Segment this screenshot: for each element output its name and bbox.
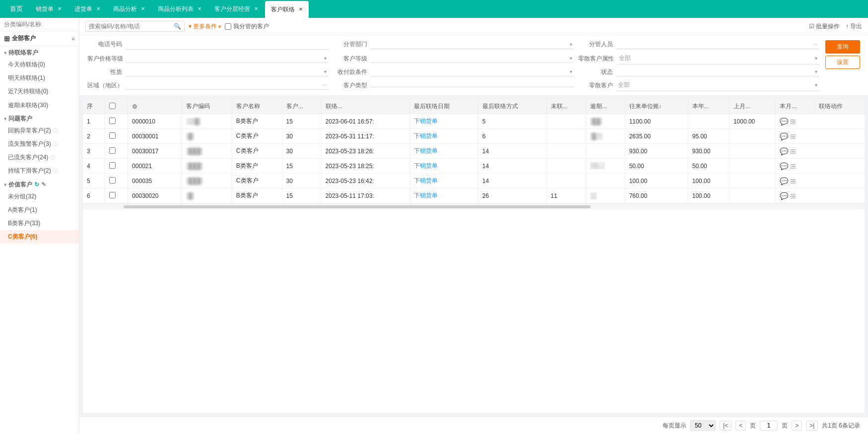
row-checkbox[interactable] (109, 118, 116, 124)
chat-icon[interactable]: 💬 (780, 132, 788, 140)
edit-icon[interactable]: ✎ (41, 181, 46, 188)
cell-last-method[interactable]: 下销货单 (409, 174, 478, 188)
nav-sales-close[interactable]: ✕ (58, 0, 62, 18)
cell-account: 1 (586, 188, 625, 203)
retail-attr-select[interactable]: 全部 ▾ (617, 53, 819, 64)
chat-icon[interactable]: 💬 (780, 177, 788, 185)
sidebar-today[interactable]: 今天待联络(0) (0, 58, 79, 71)
refresh-icon[interactable]: ↻ (34, 181, 39, 188)
per-page-select[interactable]: 50 100 (690, 420, 716, 431)
grid-icon[interactable]: ⊞ (790, 147, 796, 155)
export-btn[interactable]: ↑ 导出 (846, 22, 862, 31)
page-of-label: 页 (782, 422, 788, 430)
nav-customer-contact[interactable]: 客户联络 ✕ (265, 1, 309, 18)
sidebar-week[interactable]: 近7天待联络(0) (0, 85, 79, 98)
query-button[interactable]: 查询 (825, 40, 860, 54)
nav-customer-tier[interactable]: 客户分层经营 ✕ (208, 0, 264, 18)
sidebar-class-b[interactable]: B类客户(33) (0, 217, 79, 230)
sidebar-overdue[interactable]: 逾期未联络(30) (0, 99, 79, 112)
table-scrollbar[interactable] (83, 203, 865, 209)
region-select[interactable]: ··· (126, 81, 329, 90)
cell-overdue (546, 129, 586, 144)
payment-chevron-icon: ▾ (570, 69, 572, 74)
manager-select[interactable]: ··· (616, 40, 819, 49)
cell-last-method[interactable]: 下销货单 (409, 159, 478, 174)
setting-button[interactable]: 设置 (825, 56, 860, 69)
nav-sales[interactable]: 销货单 ✕ (30, 0, 67, 18)
grid-icon[interactable]: ⊞ (790, 118, 796, 125)
row-checkbox[interactable] (109, 192, 116, 198)
chat-icon[interactable]: 💬 (780, 192, 788, 200)
payment-select[interactable]: ▾ (370, 67, 574, 76)
value-grade-select[interactable]: ▾ (126, 54, 329, 63)
grid-icon[interactable]: ⊞ (790, 162, 796, 170)
nav-goods-analysis-close[interactable]: ✕ (141, 0, 145, 18)
contact-method-link[interactable]: 下销货单 (414, 147, 438, 154)
cell-last-method[interactable]: 下销货单 (409, 144, 478, 159)
sidebar-continuous-down[interactable]: 持续下滑客户(2) ⓘ (0, 164, 79, 178)
search-input[interactable] (89, 23, 174, 30)
nav-purchase-close[interactable]: ✕ (96, 0, 100, 18)
page-input[interactable] (760, 421, 778, 431)
nav-customer-contact-close[interactable]: ✕ (299, 1, 303, 18)
sidebar-lost-risk[interactable]: 流失预警客户(3) ⓘ (0, 137, 79, 151)
nav-purchase[interactable]: 进货单 ✕ (68, 0, 106, 18)
contact-method-link[interactable]: 下销货单 (414, 192, 438, 199)
first-page-btn[interactable]: |< (720, 421, 732, 431)
chat-icon[interactable]: 💬 (780, 162, 788, 170)
dept-select[interactable]: ▾ (370, 40, 574, 49)
chat-icon[interactable]: 💬 (780, 118, 788, 125)
more-conditions-btn[interactable]: ▾ 更多条件 ▾ (189, 22, 221, 31)
nav-goods-analysis[interactable]: 商品分析 ✕ (107, 0, 151, 18)
chat-icon[interactable]: 💬 (780, 147, 788, 155)
phone-input[interactable] (125, 39, 329, 50)
customer-type-select[interactable] (370, 84, 574, 87)
cell-last-date: 2023-05-23 18:25: (321, 159, 409, 174)
contact-method-link[interactable]: 下销货单 (414, 177, 438, 184)
last-page-btn[interactable]: >| (806, 421, 818, 431)
grid-icon[interactable]: ⊞ (790, 192, 796, 200)
row-checkbox[interactable] (109, 132, 116, 139)
sidebar-tomorrow[interactable]: 明天待联络(1) (0, 71, 79, 85)
row-checkbox[interactable] (109, 177, 116, 184)
pending-group-label: ▾ 待联络客户 (0, 46, 79, 58)
select-all-checkbox[interactable] (109, 103, 116, 109)
sidebar-class-c[interactable]: C类客户(6) (0, 230, 79, 244)
nav-home[interactable]: 首页 (4, 0, 29, 18)
row-checkbox[interactable] (109, 162, 116, 169)
cell-name: ███ (182, 174, 232, 188)
prev-page-btn[interactable]: < (735, 421, 746, 431)
batch-operation-btn[interactable]: ☑ 批量操作 (809, 22, 840, 31)
my-customers-check[interactable] (225, 23, 231, 30)
sidebar-repurchase-abnormal[interactable]: 回购异常客户(2) ⓘ (0, 124, 79, 137)
status-select[interactable]: ▾ (616, 67, 819, 76)
contact-method-link[interactable]: 下销货单 (414, 132, 438, 139)
sidebar-class-a[interactable]: A类客户(1) (0, 203, 79, 217)
contact-method-link[interactable]: 下销货单 (414, 162, 438, 169)
col-settings[interactable]: ⚙ (128, 99, 182, 114)
gender-select[interactable]: ▾ (125, 67, 329, 76)
sidebar-collapse-icon[interactable]: « (71, 35, 75, 42)
sidebar-unclassified[interactable]: 未分组(32) (0, 190, 79, 203)
search-icon[interactable]: 🔍 (174, 23, 181, 30)
my-customers-checkbox[interactable]: 我分管的客户 (225, 22, 269, 31)
grid-icon[interactable]: ⊞ (790, 177, 796, 185)
contact-method-link[interactable]: 下销货单 (414, 118, 438, 124)
row-checkbox[interactable] (109, 147, 116, 154)
filter-gender: 性质 ▾ (87, 67, 329, 76)
cell-uncontacted: 14 (478, 159, 546, 174)
nav-goods-analysis-list-close[interactable]: ✕ (198, 0, 201, 18)
cell-last-method[interactable]: 下销货单 (409, 129, 478, 144)
nav-goods-analysis-list[interactable]: 商品分析列表 ✕ (152, 0, 207, 18)
table-row: 6 00030020 █ B类客户 15 2023-05-11 17:03: 下… (83, 188, 865, 203)
grid-icon[interactable]: ⊞ (790, 132, 796, 140)
nav-customer-tier-close[interactable]: ✕ (254, 0, 258, 18)
next-page-btn[interactable]: > (792, 421, 802, 431)
sidebar-lost[interactable]: 已流失客户(24) ⓘ (0, 151, 79, 164)
all-customers-header[interactable]: ⊞ 全部客户 « (0, 31, 79, 46)
cell-last-method[interactable]: 下销货单 (409, 114, 478, 129)
retail-customer-select[interactable]: 全部 ▾ (616, 79, 819, 91)
sidebar-search-input[interactable] (4, 21, 78, 28)
customer-grade-select[interactable]: ▾ (370, 54, 574, 63)
cell-last-method[interactable]: 下销货单 (409, 188, 478, 203)
